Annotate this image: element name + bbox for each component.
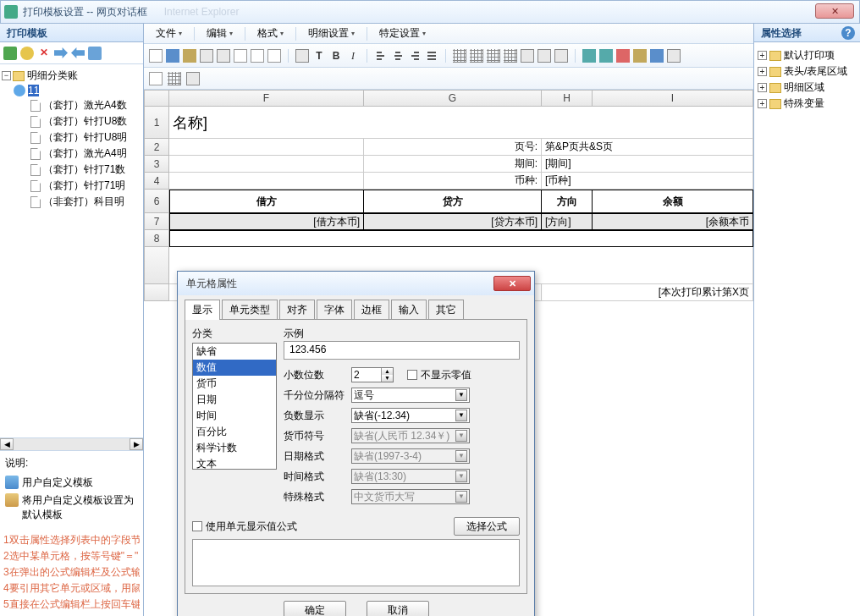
col-header[interactable]: F: [169, 90, 364, 107]
cell[interactable]: [借方本币]: [169, 213, 364, 230]
cell[interactable]: [币种]: [542, 173, 753, 190]
tab-align[interactable]: 对齐: [279, 300, 315, 320]
cell[interactable]: 第&P页共&S页: [542, 139, 753, 156]
new-icon[interactable]: [149, 49, 163, 63]
row-header[interactable]: 3: [144, 156, 169, 173]
tree-item[interactable]: （套打）针打71明: [43, 179, 125, 193]
tab-font[interactable]: 字体: [317, 300, 352, 320]
tree-item[interactable]: （套打）针打U8明: [43, 130, 127, 145]
tree-item[interactable]: （套打）针打71数: [43, 162, 125, 177]
row-header[interactable]: 8: [144, 230, 169, 247]
tree-item[interactable]: （套打）激光A4明: [43, 146, 127, 161]
cell[interactable]: 贷方: [364, 190, 542, 213]
export-icon[interactable]: [71, 47, 85, 60]
tree-item[interactable]: 默认打印项: [784, 48, 835, 63]
page-icon[interactable]: [149, 72, 163, 85]
region-icon[interactable]: [582, 49, 596, 63]
cell[interactable]: [余额本币: [593, 213, 753, 230]
delete-row-icon[interactable]: [554, 49, 568, 63]
tab-display[interactable]: 显示: [185, 300, 220, 320]
hide-zero-label[interactable]: 不显示零值: [421, 369, 471, 381]
cell[interactable]: [169, 139, 364, 156]
split-cells-icon[interactable]: [470, 49, 483, 63]
align-justify-icon[interactable]: [425, 49, 438, 63]
expand-icon[interactable]: +: [758, 83, 767, 92]
region2-icon[interactable]: [599, 49, 613, 63]
copy-icon[interactable]: [200, 49, 213, 63]
delete-template-icon[interactable]: ✕: [37, 47, 51, 60]
tab-celltype[interactable]: 单元类型: [222, 300, 278, 320]
cell[interactable]: 页号:: [364, 139, 542, 156]
grid-icon[interactable]: [504, 49, 517, 63]
category-item[interactable]: 日期: [193, 392, 276, 408]
tree-item[interactable]: 明细区域: [784, 80, 824, 95]
cell[interactable]: [本次打印累计第X页: [542, 284, 753, 301]
cell[interactable]: 余额: [593, 190, 753, 213]
text-icon[interactable]: T: [312, 49, 326, 63]
category-item[interactable]: 时间: [193, 408, 276, 424]
tree-root-label[interactable]: 明细分类账: [27, 69, 78, 83]
dialog-title-bar[interactable]: 单元格属性 ✕: [178, 272, 534, 295]
category-item[interactable]: 文本: [193, 456, 276, 470]
row-header[interactable]: 6: [144, 190, 169, 213]
row-header[interactable]: [144, 247, 169, 284]
category-item[interactable]: 缺省: [193, 344, 276, 360]
col-header[interactable]: H: [542, 90, 593, 107]
property-tree[interactable]: +默认打印项 +表头/表尾区域 +明细区域 +特殊变量: [754, 42, 860, 117]
chevron-down-icon[interactable]: ▼: [455, 410, 467, 421]
preview-icon[interactable]: [234, 49, 247, 63]
merge-cells-icon[interactable]: [453, 49, 466, 63]
dialog-close-button[interactable]: ✕: [493, 276, 531, 291]
menu-detail[interactable]: 明细设置▾: [303, 25, 360, 42]
col-header[interactable]: I: [593, 90, 753, 107]
formula-textarea[interactable]: [192, 539, 520, 586]
scroll-track[interactable]: [14, 438, 130, 450]
header-icon[interactable]: [616, 49, 630, 63]
italic-icon[interactable]: I: [346, 49, 360, 63]
paste-icon[interactable]: [217, 49, 230, 63]
category-listbox[interactable]: 缺省 数值 货币 日期 时间 百分比 科学计数 文本 特殊格式: [192, 343, 277, 470]
expand-icon[interactable]: +: [758, 67, 767, 76]
menu-format[interactable]: 格式▾: [252, 25, 289, 42]
cell[interactable]: 币种:: [364, 173, 542, 190]
save-icon[interactable]: [166, 49, 179, 63]
expand-icon[interactable]: +: [758, 51, 767, 60]
row-header[interactable]: [144, 284, 169, 301]
row-header[interactable]: 4: [144, 173, 169, 190]
select-formula-button[interactable]: 选择公式: [454, 517, 520, 536]
cell[interactable]: [方向]: [542, 213, 593, 230]
category-item[interactable]: 百分比: [193, 424, 276, 440]
tab-input[interactable]: 输入: [391, 300, 427, 320]
print-icon[interactable]: [667, 49, 681, 63]
thousand-combo[interactable]: 逗号▼: [351, 388, 470, 403]
new-template-icon[interactable]: [3, 47, 17, 60]
ok-button[interactable]: 确定: [284, 601, 346, 616]
cell[interactable]: 期间:: [364, 156, 542, 173]
row-header[interactable]: 1: [144, 107, 169, 139]
tab-other[interactable]: 其它: [428, 300, 464, 320]
cell[interactable]: 借方: [169, 190, 364, 213]
cell-icon[interactable]: [186, 72, 200, 85]
select-all-corner[interactable]: [144, 90, 169, 107]
decimal-spinner[interactable]: ▲▼: [351, 367, 394, 382]
import-icon[interactable]: [54, 47, 68, 60]
decimal-input[interactable]: [352, 368, 381, 382]
help-icon[interactable]: ?: [841, 26, 855, 40]
undo-icon[interactable]: [251, 49, 264, 63]
spin-down-icon[interactable]: ▼: [381, 375, 393, 382]
copy-template-icon[interactable]: [88, 47, 102, 60]
collapse-icon[interactable]: −: [2, 71, 11, 80]
align-center-icon[interactable]: [391, 49, 405, 63]
menu-file[interactable]: 文件▾: [151, 25, 187, 42]
cell[interactable]: 方向: [542, 190, 593, 213]
category-item[interactable]: 数值: [193, 360, 276, 376]
horizontal-scrollbar[interactable]: ◀ ▶: [0, 437, 143, 451]
cell[interactable]: 名称]: [169, 107, 753, 139]
tab-border[interactable]: 边框: [354, 300, 389, 320]
bold-icon[interactable]: B: [329, 49, 343, 63]
row-header[interactable]: 7: [144, 213, 169, 230]
tree-item[interactable]: 特殊变量: [784, 96, 824, 111]
cell[interactable]: [169, 173, 364, 190]
expand-icon[interactable]: +: [758, 99, 767, 108]
spin-up-icon[interactable]: ▲: [381, 368, 393, 375]
